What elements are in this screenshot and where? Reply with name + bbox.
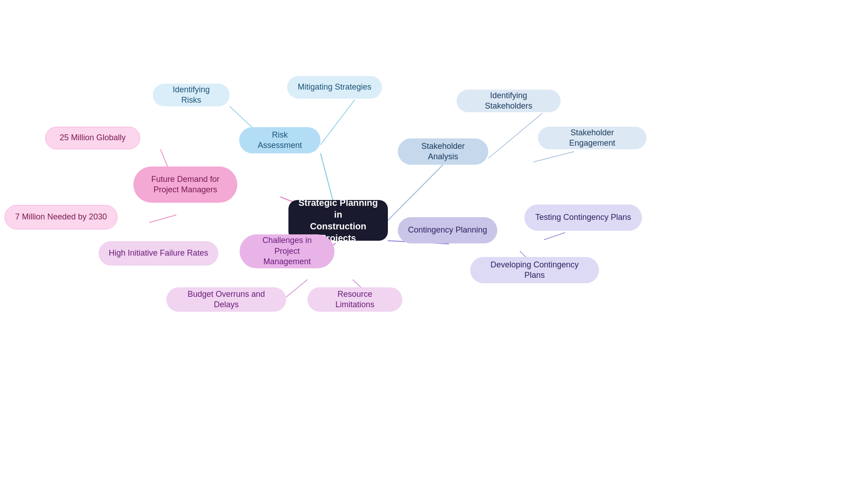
future-demand-label: Future Demand for Project Managers [143,174,227,195]
mitigating-strategies-node: Mitigating Strategies [287,76,382,99]
svg-line-7 [544,233,565,240]
high-failure-node: High Initiative Failure Rates [99,241,218,266]
7-million-node: 7 Million Needed by 2030 [5,205,118,229]
high-failure-label: High Initiative Failure Rates [108,248,208,258]
svg-line-3 [388,165,443,220]
challenges-label: Challenges in Project Management [250,235,325,267]
25-million-node: 25 Million Globally [45,127,140,149]
identifying-risks-node: Identifying Risks [153,84,230,106]
svg-line-2 [321,100,355,145]
7-million-label: 7 Million Needed by 2030 [15,212,107,222]
developing-contingency-node: Developing Contingency Plans [470,257,599,283]
risk-assessment-label: Risk Assessment [249,130,311,151]
resource-limitations-label: Resource Limitations [317,289,392,310]
stakeholder-engagement-label: Stakeholder Engagement [548,128,637,149]
risk-assessment-node: Risk Assessment [239,127,321,153]
stakeholder-analysis-node: Stakeholder Analysis [398,138,488,165]
identifying-risks-label: Identifying Risks [163,85,220,106]
identifying-stakeholders-label: Identifying Stakeholders [467,90,551,112]
contingency-planning-node: Contingency Planning [398,217,497,243]
stakeholder-engagement-node: Stakeholder Engagement [538,127,646,149]
contingency-planning-label: Contingency Planning [408,225,487,235]
future-demand-node: Future Demand for Project Managers [133,167,237,203]
developing-contingency-label: Developing Contingency Plans [480,260,589,281]
mitigating-strategies-label: Mitigating Strategies [297,82,371,92]
budget-overruns-node: Budget Overruns and Delays [166,287,286,312]
svg-line-15 [149,215,176,223]
svg-line-4 [488,113,542,158]
svg-line-5 [533,152,574,162]
stakeholder-analysis-label: Stakeholder Analysis [408,141,478,162]
25-million-label: 25 Million Globally [60,133,126,143]
testing-contingency-label: Testing Contingency Plans [535,212,631,223]
identifying-stakeholders-node: Identifying Stakeholders [457,90,561,112]
challenges-node: Challenges in Project Management [240,234,335,268]
budget-overruns-label: Budget Overruns and Delays [176,289,276,310]
testing-contingency-node: Testing Contingency Plans [524,205,642,231]
resource-limitations-node: Resource Limitations [307,287,402,312]
